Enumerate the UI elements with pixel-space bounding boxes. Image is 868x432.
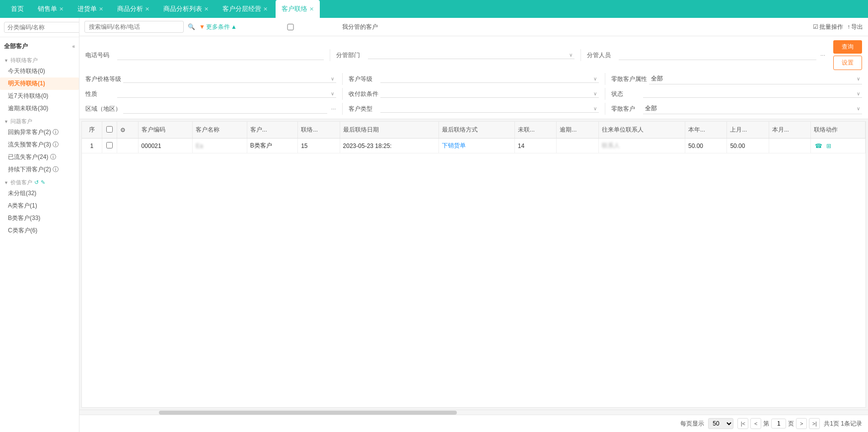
refresh-icon[interactable]: ↺ bbox=[34, 179, 39, 186]
td-num: 1 bbox=[82, 139, 102, 153]
contact-action-icon[interactable]: ☎ bbox=[815, 143, 822, 149]
set-button[interactable]: 设置 bbox=[833, 56, 862, 70]
scrollbar-thumb[interactable] bbox=[159, 411, 457, 415]
last-way-link[interactable]: 下销货单 bbox=[442, 142, 466, 149]
prev-page-btn[interactable]: < bbox=[750, 418, 761, 429]
edit-value-icon[interactable]: ✎ bbox=[41, 179, 45, 186]
filter-status-label: 状态 bbox=[611, 90, 641, 98]
sidebar-7days-contact[interactable]: 近7天待联络(0) bbox=[0, 90, 79, 102]
filter-status-select[interactable]: ∨ bbox=[643, 90, 862, 98]
toolbar-search-icon[interactable]: 🔍 bbox=[188, 23, 195, 30]
sidebar-today-contact[interactable]: 今天待联络(0) bbox=[0, 65, 79, 77]
sidebar-class-b[interactable]: B类客户(33) bbox=[0, 212, 79, 224]
nav-customer-contact-close[interactable]: ✕ bbox=[309, 6, 314, 12]
filter-customer-level-label: 客户等级 bbox=[349, 75, 378, 83]
search-input[interactable] bbox=[84, 21, 184, 33]
sidebar-ungrouped[interactable]: 未分组(32) bbox=[0, 187, 79, 200]
filter-row-2: 客户价格等级 ∨ 客户等级 ∨ 零散客户属性 全部∨ bbox=[85, 73, 862, 85]
filter-row-4: 区域（地区） ··· 客户类型 ∨ 零散客户 全部∨ bbox=[85, 103, 862, 115]
footer-pagination: 每页显示 50 100 200 |< < 第 页 > >| 共1页 1条记录 bbox=[79, 415, 868, 432]
filter-phone-input[interactable] bbox=[117, 51, 324, 60]
th-year: 本年... bbox=[685, 122, 726, 139]
nav-purchase-close[interactable]: ✕ bbox=[99, 6, 103, 12]
filter-dept: 分管部门 ∨ bbox=[336, 51, 575, 60]
sidebar-declining[interactable]: 持续下滑客户(2) ⓘ bbox=[0, 163, 79, 176]
query-button[interactable]: 查询 bbox=[833, 40, 862, 54]
filter-scatter-attr-label: 零散客户属性 bbox=[611, 75, 647, 83]
td-contact: 15 bbox=[298, 139, 340, 153]
first-page-btn[interactable]: |< bbox=[737, 418, 748, 429]
filter-payment-label: 收付款条件 bbox=[349, 90, 378, 98]
filter-nature-select[interactable]: ∨ bbox=[117, 90, 336, 98]
page-input[interactable] bbox=[771, 419, 786, 429]
chevron-up-icon: ▲ bbox=[231, 23, 237, 30]
nav-purchase[interactable]: 进货单 ✕ bbox=[72, 0, 109, 18]
nav-product-analysis-list[interactable]: 商品分析列表 ✕ bbox=[157, 0, 215, 18]
sidebar-search-area: 🔍 bbox=[0, 18, 79, 37]
sidebar-tomorrow-contact[interactable]: 明天待联络(1) bbox=[0, 77, 79, 90]
filter-region-input[interactable] bbox=[123, 104, 327, 114]
my-customers-checkbox[interactable] bbox=[241, 24, 340, 30]
filter-customer-level-select[interactable]: ∨ bbox=[380, 75, 599, 83]
filter-buttons: 查询 设置 bbox=[833, 40, 862, 70]
nav-product-analysis-close[interactable]: ✕ bbox=[145, 6, 149, 12]
last-page-btn[interactable]: >| bbox=[809, 418, 820, 429]
sidebar-class-a[interactable]: A类客户(1) bbox=[0, 200, 79, 212]
filter-row-3: 性质 ∨ 收付款条件 ∨ 状态 ∨ bbox=[85, 88, 862, 100]
next-page-btn[interactable]: > bbox=[796, 418, 807, 429]
filter-payment-select[interactable]: ∨ bbox=[380, 90, 599, 98]
scrollbar-area bbox=[79, 410, 868, 415]
select-all-checkbox[interactable] bbox=[106, 126, 113, 133]
page-size-select[interactable]: 50 100 200 bbox=[708, 418, 733, 429]
nav-home[interactable]: 首页 bbox=[5, 0, 30, 18]
th-action: 联络动作 bbox=[811, 122, 866, 139]
top-nav: 首页 销售单 ✕ 进货单 ✕ 商品分析 ✕ 商品分析列表 ✕ 客户分层经营 ✕ … bbox=[0, 0, 868, 18]
sidebar-class-c[interactable]: C类客户(6) bbox=[0, 224, 79, 237]
sidebar-repurchase-abnormal[interactable]: 回购异常客户(2) ⓘ bbox=[0, 126, 79, 139]
filter-customer-type-select[interactable]: ∨ bbox=[380, 105, 599, 113]
filter-nature-label: 性质 bbox=[85, 90, 115, 98]
filter-scatter-attr-select[interactable]: 全部∨ bbox=[649, 73, 862, 84]
filter-dept-select[interactable]: ∨ bbox=[368, 51, 575, 59]
td-code: 000021 bbox=[138, 139, 193, 153]
filter-scatter-select[interactable]: 全部∨ bbox=[643, 103, 862, 114]
nav-customer-tier-close[interactable]: ✕ bbox=[263, 6, 268, 12]
filter-region-dots[interactable]: ··· bbox=[331, 105, 336, 112]
more-conditions-btn[interactable]: ▼ 更多条件 ▲ bbox=[199, 23, 237, 31]
table-header-row: 序 ⚙ 客户编码 客户名称 客户... 联络... 最后联络日期 最后联络方式 … bbox=[82, 122, 866, 139]
td-name: Ea bbox=[193, 139, 247, 153]
td-last-date: 2023-05-23 18:25: bbox=[340, 139, 439, 153]
sidebar-overdue-contact[interactable]: 逾期未联络(30) bbox=[0, 102, 79, 115]
export-btn[interactable]: ↑ 导出 bbox=[847, 23, 863, 31]
settings-icon[interactable]: ⚙ bbox=[120, 127, 126, 134]
td-this-month bbox=[769, 139, 810, 153]
my-customers-checkbox-label[interactable]: 我分管的客户 bbox=[241, 23, 378, 31]
nav-sales[interactable]: 销售单 ✕ bbox=[32, 0, 70, 18]
filter-region: 区域（地区） ··· bbox=[85, 104, 336, 114]
page-label: 第 bbox=[763, 420, 769, 428]
td-unit-contact: 联系人 bbox=[598, 139, 685, 153]
group-pending-contact: 待联络客户 bbox=[0, 54, 79, 65]
group-value-customers: 价值客户 ↺ ✎ bbox=[0, 176, 79, 187]
nav-product-analysis-list-close[interactable]: ✕ bbox=[204, 6, 209, 12]
more-action-icon[interactable]: ⊞ bbox=[826, 143, 831, 149]
nav-product-analysis[interactable]: 商品分析 ✕ bbox=[111, 0, 155, 18]
filter-dept-label: 分管部门 bbox=[336, 51, 366, 60]
sidebar-churned[interactable]: 已流失客户(24) ⓘ bbox=[0, 151, 79, 163]
table-row: 1 000021 Ea B类客户 15 2023-05-23 18:25: 下销… bbox=[82, 139, 866, 153]
filter-person-input[interactable] bbox=[619, 51, 816, 60]
nav-customer-tier[interactable]: 客户分层经营 ✕ bbox=[217, 0, 274, 18]
sidebar-search-input[interactable] bbox=[4, 22, 79, 33]
nav-sales-close[interactable]: ✕ bbox=[59, 6, 64, 12]
filter-price-level-select[interactable]: ∨ bbox=[123, 75, 336, 83]
collapse-icon[interactable]: « bbox=[72, 44, 75, 49]
group-problem-customers: 问题客户 bbox=[0, 115, 79, 126]
all-customers-title[interactable]: 全部客户 « bbox=[4, 40, 75, 53]
sidebar-churn-warning[interactable]: 流失预警客户(3) ⓘ bbox=[0, 139, 79, 151]
customer-table: 序 ⚙ 客户编码 客户名称 客户... 联络... 最后联络日期 最后联络方式 … bbox=[82, 122, 866, 153]
filter-scatter: 零散客户 全部∨ bbox=[611, 103, 862, 114]
nav-customer-contact[interactable]: 客户联络 ✕ bbox=[276, 0, 320, 18]
batch-op-btn[interactable]: ☑ 批量操作 bbox=[813, 23, 843, 31]
filter-person-dots[interactable]: ··· bbox=[820, 52, 825, 59]
row-checkbox[interactable] bbox=[106, 142, 113, 148]
